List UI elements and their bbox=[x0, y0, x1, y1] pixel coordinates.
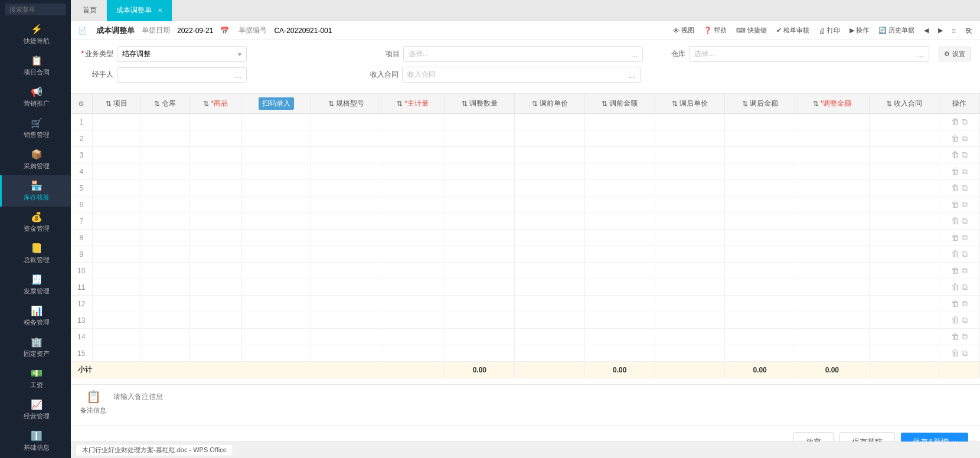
cell-scan-11[interactable] bbox=[242, 279, 311, 296]
cell-post-unit-price-9[interactable] bbox=[655, 246, 725, 263]
cell-product-13[interactable] bbox=[189, 312, 241, 329]
cell-scan-13[interactable] bbox=[242, 312, 311, 329]
cell-pre-unit-price-9[interactable] bbox=[515, 246, 585, 263]
cell-spec-1[interactable] bbox=[311, 114, 381, 130]
delete-icon-15[interactable]: 🗑 bbox=[951, 348, 959, 358]
cell-warehouse-4[interactable] bbox=[141, 163, 189, 180]
cell-post-amount-6[interactable] bbox=[725, 197, 795, 213]
cell-adjust-amount-5[interactable] bbox=[795, 180, 869, 197]
cell-income-contract-8[interactable] bbox=[869, 230, 939, 246]
cell-project-7[interactable] bbox=[92, 213, 141, 230]
cell-unit-3[interactable] bbox=[381, 147, 445, 163]
cell-project-8[interactable] bbox=[92, 230, 141, 246]
cell-spec-13[interactable] bbox=[311, 312, 381, 329]
sort-icon-2[interactable]: ⇅ bbox=[154, 100, 160, 108]
cell-product-15[interactable] bbox=[189, 345, 241, 362]
cell-income-contract-5[interactable] bbox=[869, 180, 939, 197]
delete-icon-2[interactable]: 🗑 bbox=[951, 133, 959, 143]
cell-project-5[interactable] bbox=[92, 180, 141, 197]
cell-adjust-qty-7[interactable] bbox=[445, 213, 515, 230]
cell-project-14[interactable] bbox=[92, 329, 141, 345]
cell-adjust-amount-8[interactable] bbox=[795, 230, 869, 246]
cell-scan-9[interactable] bbox=[242, 246, 311, 263]
cell-pre-amount-1[interactable] bbox=[584, 114, 655, 130]
cell-income-contract-13[interactable] bbox=[869, 312, 939, 329]
sidebar-item-sales-mgmt[interactable]: 🛒 销售管理 bbox=[0, 113, 71, 144]
cell-unit-4[interactable] bbox=[381, 163, 445, 180]
cell-adjust-amount-14[interactable] bbox=[795, 329, 869, 345]
delete-icon-7[interactable]: 🗑 bbox=[951, 216, 959, 226]
cell-project-15[interactable] bbox=[92, 345, 141, 362]
cell-post-amount-8[interactable] bbox=[725, 230, 795, 246]
cell-income-contract-7[interactable] bbox=[869, 213, 939, 230]
cell-scan-4[interactable] bbox=[242, 163, 311, 180]
cell-adjust-qty-12[interactable] bbox=[445, 296, 515, 312]
sort-icon-3[interactable]: ⇅ bbox=[203, 100, 209, 108]
check-review-btn[interactable]: ✔ 检单审核 bbox=[774, 25, 812, 36]
copy-icon-2[interactable]: ⧉ bbox=[962, 133, 968, 143]
sidebar-item-invoice-mgmt[interactable]: 🧾 发票管理 bbox=[0, 269, 71, 300]
col-gear-icon[interactable]: ⚙ bbox=[78, 100, 84, 108]
agent-dots-icon[interactable]: ... bbox=[234, 70, 241, 80]
cell-pre-amount-14[interactable] bbox=[584, 329, 655, 345]
sort-icon-11[interactable]: ⇅ bbox=[813, 100, 819, 108]
cell-adjust-amount-3[interactable] bbox=[795, 147, 869, 163]
cell-spec-2[interactable] bbox=[311, 130, 381, 147]
cell-unit-13[interactable] bbox=[381, 312, 445, 329]
cell-pre-unit-price-15[interactable] bbox=[515, 345, 585, 362]
cell-income-contract-15[interactable] bbox=[869, 345, 939, 362]
cell-product-3[interactable] bbox=[189, 147, 241, 163]
cell-spec-3[interactable] bbox=[311, 147, 381, 163]
cell-warehouse-14[interactable] bbox=[141, 329, 189, 345]
delete-icon-9[interactable]: 🗑 bbox=[951, 249, 959, 259]
sort-icon[interactable]: ⇅ bbox=[106, 100, 112, 108]
cell-pre-unit-price-12[interactable] bbox=[515, 296, 585, 312]
delete-icon-4[interactable]: 🗑 bbox=[951, 166, 959, 176]
search-input[interactable] bbox=[5, 4, 66, 15]
tab-close-icon[interactable]: ✕ bbox=[158, 7, 162, 14]
cell-pre-amount-10[interactable] bbox=[584, 263, 655, 279]
cell-income-contract-4[interactable] bbox=[869, 163, 939, 180]
cell-pre-amount-9[interactable] bbox=[584, 246, 655, 263]
cell-scan-6[interactable] bbox=[242, 197, 311, 213]
cell-adjust-qty-5[interactable] bbox=[445, 180, 515, 197]
sort-icon-5[interactable]: ⇅ bbox=[397, 100, 403, 108]
copy-icon-13[interactable]: ⧉ bbox=[962, 315, 968, 325]
cell-project-11[interactable] bbox=[92, 279, 141, 296]
cell-unit-14[interactable] bbox=[381, 329, 445, 345]
cell-adjust-qty-11[interactable] bbox=[445, 279, 515, 296]
cell-warehouse-2[interactable] bbox=[141, 130, 189, 147]
copy-icon-1[interactable]: ⧉ bbox=[962, 117, 968, 127]
cell-pre-amount-13[interactable] bbox=[584, 312, 655, 329]
cell-pre-unit-price-5[interactable] bbox=[515, 180, 585, 197]
cell-adjust-amount-13[interactable] bbox=[795, 312, 869, 329]
tab-cost-adjust[interactable]: 成本调整单 ✕ bbox=[107, 0, 172, 21]
window-close-button[interactable]: ✕ bbox=[965, 26, 973, 37]
taskbar-item[interactable]: 木门行业好业财处理方案-墓红红.doc - WPS Office bbox=[76, 444, 233, 456]
cell-income-contract-3[interactable] bbox=[869, 147, 939, 163]
cell-post-amount-1[interactable] bbox=[725, 114, 795, 130]
cell-scan-8[interactable] bbox=[242, 230, 311, 246]
cell-post-amount-4[interactable] bbox=[725, 163, 795, 180]
cell-adjust-qty-6[interactable] bbox=[445, 197, 515, 213]
cell-warehouse-13[interactable] bbox=[141, 312, 189, 329]
project-dots-icon[interactable]: ... bbox=[631, 50, 638, 59]
copy-icon-4[interactable]: ⧉ bbox=[962, 166, 968, 176]
print-btn[interactable]: 🖨 打印 bbox=[816, 25, 842, 36]
cell-scan-1[interactable] bbox=[242, 114, 311, 130]
copy-icon-8[interactable]: ⧉ bbox=[962, 233, 968, 243]
cell-product-12[interactable] bbox=[189, 296, 241, 312]
cell-warehouse-7[interactable] bbox=[141, 213, 189, 230]
cell-product-2[interactable] bbox=[189, 130, 241, 147]
tab-home[interactable]: 首页 bbox=[73, 0, 107, 21]
cell-scan-10[interactable] bbox=[242, 263, 311, 279]
cell-product-1[interactable] bbox=[189, 114, 241, 130]
cell-post-amount-9[interactable] bbox=[725, 246, 795, 263]
copy-icon-5[interactable]: ⧉ bbox=[962, 183, 968, 193]
cell-warehouse-3[interactable] bbox=[141, 147, 189, 163]
history-btn[interactable]: 🔄 历史单据 bbox=[876, 25, 917, 36]
cell-income-contract-14[interactable] bbox=[869, 329, 939, 345]
cell-warehouse-10[interactable] bbox=[141, 263, 189, 279]
copy-icon-3[interactable]: ⧉ bbox=[962, 150, 968, 160]
cell-project-1[interactable] bbox=[92, 114, 141, 130]
